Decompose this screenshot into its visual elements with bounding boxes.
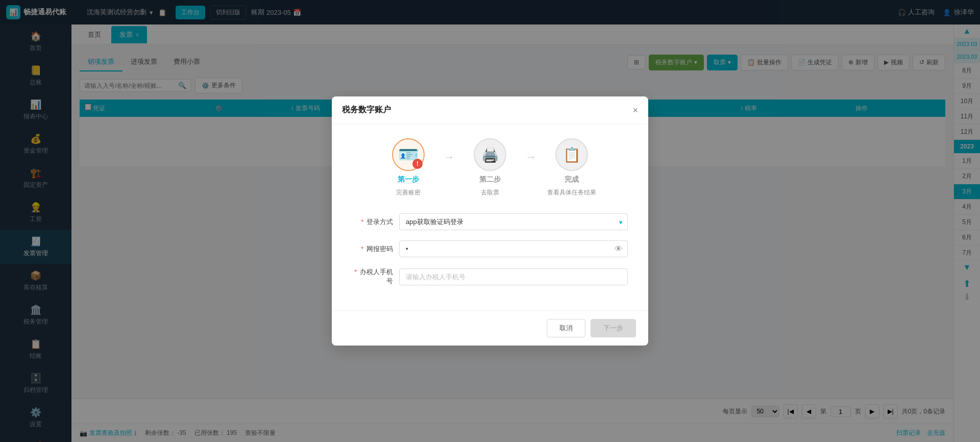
login-method-wrap: app获取验证码登录 密码登录 ▾ <box>399 213 628 230</box>
step-1-desc: 完善账密 <box>396 188 421 197</box>
phone-row: * 办税人手机号 <box>352 267 628 286</box>
step-2-title: 第二步 <box>479 175 501 184</box>
next-button[interactable]: 下一步 <box>591 319 636 337</box>
step-1-title: 第一步 <box>398 175 419 184</box>
required-star: * <box>361 218 363 226</box>
password-input[interactable] <box>399 240 628 257</box>
phone-label: * 办税人手机号 <box>352 267 393 286</box>
modal-footer: 取消 下一步 <box>332 310 648 346</box>
modal-header: 税务数字账户 × <box>332 96 648 124</box>
modal-close-button[interactable]: × <box>632 106 638 115</box>
phone-input[interactable] <box>399 268 628 285</box>
required-star3: * <box>354 268 357 276</box>
step-1: 🪪 ! 第一步 完善账密 <box>378 138 439 197</box>
steps: 🪪 ! 第一步 完善账密 → 🖨️ 第二步 去取票 → <box>352 138 628 197</box>
step-3-icon: 📋 <box>555 138 588 171</box>
cancel-button[interactable]: 取消 <box>547 319 585 337</box>
login-method-select[interactable]: app获取验证码登录 密码登录 <box>399 213 628 230</box>
step-2-desc: 去取票 <box>481 188 499 197</box>
phone-wrap <box>399 268 628 285</box>
step-2-icon: 🖨️ <box>474 138 506 171</box>
password-row: * 网报密码 👁 <box>352 240 628 257</box>
step-3-desc: 查看具体任务结果 <box>547 188 596 197</box>
step-arrow-1: → <box>439 151 459 164</box>
required-star2: * <box>361 245 363 253</box>
printer-icon: 🖨️ <box>481 146 499 163</box>
tax-account-modal: 税务数字账户 × 🪪 ! 第一步 完善账密 → <box>332 96 648 346</box>
modal-overlay: 税务数字账户 × 🪪 ! 第一步 完善账密 → <box>0 0 980 442</box>
login-method-label: * 登录方式 <box>352 217 393 227</box>
step-1-icon: 🪪 ! <box>392 138 425 171</box>
eye-icon[interactable]: 👁 <box>615 244 623 254</box>
modal-body: 🪪 ! 第一步 完善账密 → 🖨️ 第二步 去取票 → <box>332 124 648 310</box>
password-label: * 网报密码 <box>352 244 393 254</box>
step-3-title: 完成 <box>565 175 579 184</box>
login-method-row: * 登录方式 app获取验证码登录 密码登录 ▾ <box>352 213 628 230</box>
modal-title: 税务数字账户 <box>342 105 391 115</box>
step-3: 📋 完成 查看具体任务结果 <box>541 138 602 197</box>
step-1-badge: ! <box>412 159 423 169</box>
step-2: 🖨️ 第二步 去取票 <box>459 138 521 197</box>
clipboard-icon: 📋 <box>563 146 581 163</box>
password-wrap: 👁 <box>399 240 628 257</box>
step-arrow-2: → <box>521 151 541 164</box>
